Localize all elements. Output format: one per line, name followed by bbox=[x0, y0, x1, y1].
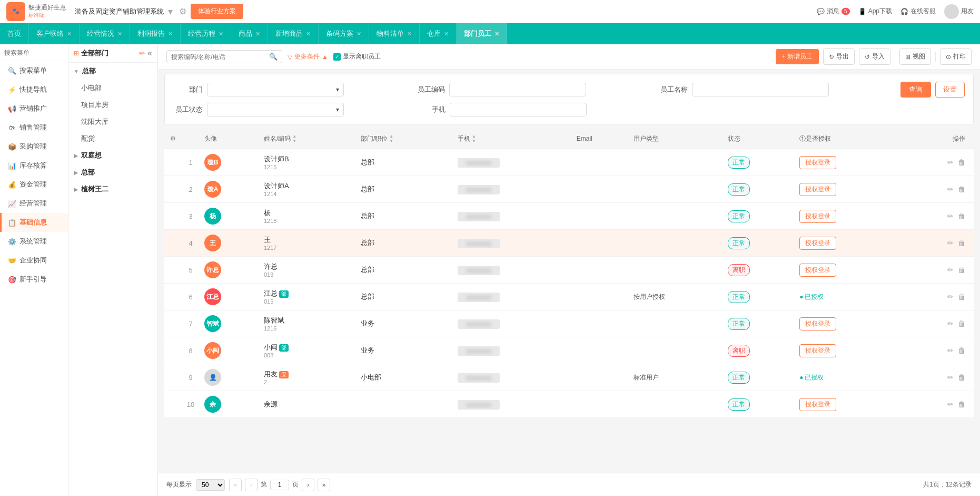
nav-tab-条码方案[interactable]: 条码方案✕ bbox=[319, 23, 369, 44]
app-download-action[interactable]: 📱 App下载 bbox=[858, 7, 892, 16]
last-page-btn[interactable]: » bbox=[318, 479, 330, 491]
filter-empcode-input[interactable] bbox=[449, 83, 586, 96]
nav-tab-close[interactable]: ✕ bbox=[117, 31, 122, 37]
th-phone-sort[interactable]: 手机 ▲▼ bbox=[458, 134, 568, 143]
auth-button[interactable]: 授权登录 bbox=[799, 344, 836, 357]
edit-icon[interactable]: ✏ bbox=[947, 266, 954, 274]
sidebar-item-purchase[interactable]: 📦采购管理 bbox=[0, 137, 68, 156]
query-button[interactable]: 查询 bbox=[900, 82, 931, 98]
auth-button[interactable]: 授权登录 bbox=[799, 317, 836, 330]
delete-icon[interactable]: 🗑 bbox=[958, 239, 965, 247]
edit-icon[interactable]: ✏ bbox=[947, 346, 954, 355]
nav-tab-经营历程[interactable]: 经营历程✕ bbox=[181, 23, 231, 44]
sidebar-item-operations[interactable]: 📈经营管理 bbox=[0, 194, 68, 213]
set-button[interactable]: 设置 bbox=[935, 82, 965, 98]
delete-icon[interactable]: 🗑 bbox=[958, 373, 965, 382]
filter-status-select[interactable]: ▾ bbox=[207, 103, 344, 116]
tree-edit-icon[interactable]: ✏ bbox=[139, 49, 145, 57]
nav-tab-新增商品[interactable]: 新增商品✕ bbox=[268, 23, 319, 44]
nav-tab-close[interactable]: ✕ bbox=[407, 31, 412, 37]
sidebar-item-finance[interactable]: 💰资金管理 bbox=[0, 175, 68, 194]
delete-icon[interactable]: 🗑 bbox=[958, 293, 965, 301]
sidebar-search[interactable]: 🔍 bbox=[0, 44, 68, 61]
sidebar-item-search[interactable]: 🔍搜索菜单 bbox=[0, 61, 68, 80]
page-input[interactable] bbox=[270, 480, 289, 490]
sidebar-item-system[interactable]: ⚙️系统管理 bbox=[0, 232, 68, 251]
th-settings[interactable]: ⚙ bbox=[164, 129, 181, 149]
nav-tab-经营情况[interactable]: 经营情况✕ bbox=[80, 23, 130, 44]
nav-tab-仓库[interactable]: 仓库✕ bbox=[420, 23, 457, 44]
sidebar-item-basic[interactable]: 📋基础信息 bbox=[0, 213, 68, 232]
edit-icon[interactable]: ✏ bbox=[947, 293, 954, 301]
tree-item-项目库房[interactable]: 项目库房 bbox=[68, 96, 157, 113]
page-size-select[interactable]: 50 100 200 bbox=[196, 479, 225, 491]
nav-tab-物料清单[interactable]: 物料清单✕ bbox=[369, 23, 420, 44]
sidebar-item-quicknav[interactable]: ⚡快捷导航 bbox=[0, 80, 68, 99]
filter-phone-input[interactable] bbox=[450, 103, 587, 116]
nav-tab-部门员工[interactable]: 部门员工✕ bbox=[457, 23, 507, 44]
delete-icon[interactable]: 🗑 bbox=[958, 158, 965, 167]
add-employee-button[interactable]: + 新增员工 bbox=[776, 49, 819, 64]
auth-button[interactable]: 授权登录 bbox=[799, 398, 836, 411]
tree-collapse-icon[interactable]: « bbox=[147, 48, 152, 58]
import-button[interactable]: ↺ 导入 bbox=[859, 48, 890, 65]
edit-icon[interactable]: ✏ bbox=[947, 185, 954, 193]
auth-button[interactable]: 授权登录 bbox=[799, 237, 836, 250]
th-name-sort[interactable]: 姓名/编码 ▲▼ bbox=[264, 134, 352, 143]
message-action[interactable]: 💬 消息 5 bbox=[817, 7, 850, 16]
nav-tab-首页[interactable]: 首页 bbox=[0, 23, 29, 44]
filter-dept-select[interactable]: ▾ bbox=[207, 83, 344, 96]
nav-tab-close[interactable]: ✕ bbox=[306, 31, 311, 37]
prev-page-btn[interactable]: ‹ bbox=[245, 479, 258, 491]
nav-tab-close[interactable]: ✕ bbox=[255, 31, 260, 37]
edit-icon[interactable]: ✏ bbox=[947, 212, 954, 220]
nav-tab-商品[interactable]: 商品✕ bbox=[231, 23, 268, 44]
delete-icon[interactable]: 🗑 bbox=[958, 400, 965, 409]
sidebar-search-input[interactable] bbox=[4, 49, 68, 56]
auth-button[interactable]: 授权登录 bbox=[799, 264, 836, 277]
more-filter-btn[interactable]: ▽ 更多条件 ▲ bbox=[288, 52, 328, 61]
auth-button[interactable]: 授权登录 bbox=[799, 210, 836, 223]
online-service-action[interactable]: 🎧 在线客服 bbox=[900, 7, 936, 16]
sidebar-item-stock[interactable]: 📊库存核算 bbox=[0, 156, 68, 175]
nav-tab-利润报告[interactable]: 利润报告✕ bbox=[130, 23, 181, 44]
delete-icon[interactable]: 🗑 bbox=[958, 266, 965, 274]
tree-item-双庭想[interactable]: ▶双庭想 bbox=[68, 147, 157, 164]
nav-tab-close[interactable]: ✕ bbox=[67, 31, 72, 37]
next-page-btn[interactable]: › bbox=[302, 479, 314, 491]
th-dept-sort[interactable]: 部门/职位 ▲▼ bbox=[361, 134, 449, 143]
tree-item-配货[interactable]: 配货 bbox=[68, 130, 157, 147]
user-action[interactable]: 用友 bbox=[944, 4, 974, 19]
export-button[interactable]: ↻ 导出 bbox=[823, 48, 855, 65]
edit-icon[interactable]: ✏ bbox=[947, 373, 954, 382]
tree-item-parent-zongbu[interactable]: ▼总部 bbox=[68, 63, 157, 80]
trial-button[interactable]: 体验行业方案 bbox=[191, 4, 243, 19]
nav-tab-客户联络[interactable]: 客户联络✕ bbox=[29, 23, 80, 44]
tree-item-植树王二[interactable]: ▶植树王二 bbox=[68, 181, 157, 198]
system-dropdown-icon[interactable]: ▾ bbox=[168, 6, 173, 17]
tree-item-小电部[interactable]: 小电部 bbox=[68, 80, 157, 96]
show-resigned-toggle[interactable]: ✓ 显示离职员工 bbox=[333, 52, 381, 61]
search-input[interactable] bbox=[171, 53, 267, 61]
view-button[interactable]: ⊞ 视图 bbox=[899, 48, 931, 65]
sidebar-item-marketing[interactable]: 📢营销推广 bbox=[0, 99, 68, 118]
auth-button[interactable]: 授权登录 bbox=[799, 156, 836, 169]
sidebar-item-enterprise[interactable]: 🤝企业协同 bbox=[0, 251, 68, 270]
filter-empname-input[interactable] bbox=[692, 83, 829, 96]
delete-icon[interactable]: 🗑 bbox=[958, 185, 965, 193]
tree-item-沈阳大库[interactable]: 沈阳大库 bbox=[68, 113, 157, 130]
nav-tab-close[interactable]: ✕ bbox=[357, 31, 361, 37]
delete-icon[interactable]: 🗑 bbox=[958, 346, 965, 355]
auth-button[interactable]: 授权登录 bbox=[799, 183, 836, 196]
nav-tab-close[interactable]: ✕ bbox=[168, 31, 173, 37]
nav-tab-close[interactable]: ✕ bbox=[219, 31, 223, 37]
edit-icon[interactable]: ✏ bbox=[947, 319, 954, 328]
edit-icon[interactable]: ✏ bbox=[947, 158, 954, 167]
delete-icon[interactable]: 🗑 bbox=[958, 319, 965, 328]
edit-icon[interactable]: ✏ bbox=[947, 400, 954, 409]
tree-item-总部[interactable]: ▶总部 bbox=[68, 164, 157, 181]
print-button[interactable]: ⊙ 打印 bbox=[940, 48, 972, 65]
edit-icon[interactable]: ✏ bbox=[947, 239, 954, 247]
first-page-btn[interactable]: « bbox=[229, 479, 242, 491]
settings-icon[interactable]: ⚙ bbox=[179, 6, 186, 16]
